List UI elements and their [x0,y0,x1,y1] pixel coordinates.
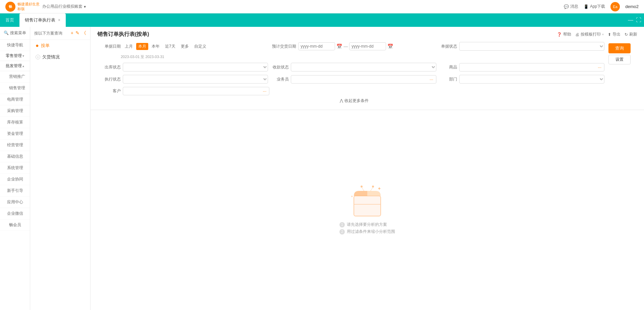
sidebar-item-finance[interactable]: 资金管理 [0,128,30,140]
sidebar-quick-nav-label: 快捷导航 [7,43,23,47]
receipt-status-filter: 收款状态 [272,63,436,71]
sidebar-item-retail[interactable]: 零售管理 ▾ [0,51,30,61]
collapse-button[interactable]: ⋀ 收起更多条件 [104,97,604,106]
sidebar-ecommerce-label: 电商管理 [7,97,23,102]
print-button[interactable]: 🖨 按模板打印 ▾ [575,32,604,37]
customer-more-icon[interactable]: ··· [263,89,266,94]
sidebar-item-marketing[interactable]: 营销推广 [0,71,30,83]
sidebar-item-base[interactable]: 基础信息 [0,151,30,162]
refresh-button[interactable]: ↻ 刷新 [625,32,637,37]
date-btn-last7[interactable]: 近7天 [163,43,177,50]
empty-state: ✦ ✦ 1 请先选择要分析的方案 2 [339,184,395,236]
sidebar-item-purchase[interactable]: 采购管理 [0,105,30,117]
tab-bar: 首页 销售订单执行表 × — ⛶ [0,13,644,27]
customer-label: 客户 [104,88,121,94]
dept-select[interactable] [459,75,604,84]
dept-label: 部门 [440,76,457,82]
refresh-label: 刷新 [629,32,637,37]
empty-tip-1: 1 请先选择要分析的方案 [339,222,395,227]
date-dash: — [343,44,348,49]
sidebar-sales-label: 销售管理 [9,86,25,90]
sidebar-item-sales[interactable]: 销售管理 [0,83,30,94]
user-name[interactable]: demo2 [625,4,639,9]
salesman-label: 业务员 [272,76,289,82]
sidebar-item-wholesale[interactable]: 批发管理 ▴ [0,61,30,71]
top-header: 畅 畅捷通好生意 标版 办公用品行业模拟账套 ▾ 💬 消息 📱 App下载 Ea… [0,0,644,13]
empty-tips: 1 请先选择要分析的方案 2 用过滤条件来缩小分析范围 [339,222,395,236]
date-btn-custom[interactable]: 自定义 [192,43,208,50]
app-download-button[interactable]: 📱 App下载 [584,4,605,9]
user-avatar[interactable]: Ea [610,2,620,11]
left-panel-edit-icon[interactable]: ✎ [75,30,79,36]
receipt-status-select[interactable] [291,63,436,71]
sidebar-item-inventory[interactable]: 库存核算 [0,117,30,128]
refresh-icon: ↻ [625,32,628,37]
customer-field[interactable]: ··· [123,87,269,95]
sidebar-search[interactable]: 🔍 搜索菜单 [0,27,30,40]
left-panel-header: 按以下方案查询 + ✎ 《 [30,27,90,40]
sidebar-item-quick-nav[interactable]: 快捷导航 [0,40,30,51]
print-label: 按模板打印 [581,32,601,37]
goods-more-icon[interactable]: ··· [598,65,601,70]
tip-text-1: 请先选择要分析的方案 [347,222,387,227]
date-btn-last-month[interactable]: 上月 [123,43,135,50]
help-button[interactable]: ❓ 帮助 [557,32,571,37]
page-title-row: 销售订单执行表(按单) ❓ 帮助 🖨 按模板打印 ▾ ⬆ [97,31,637,38]
left-panel-collapse-icon[interactable]: 《 [82,30,86,36]
order-status-select[interactable] [459,42,604,51]
sidebar-item-system[interactable]: 系统管理 [0,162,30,174]
sidebar-item-ecommerce[interactable]: 电商管理 [0,94,30,105]
left-panel-add-icon[interactable]: + [71,30,73,36]
date-btn-this-month[interactable]: 本月 [136,43,148,50]
export-label: 导出 [612,32,621,37]
tab-fullscreen-icon[interactable]: ⛶ [636,17,641,23]
expected-date-from-input[interactable] [298,42,335,50]
message-button[interactable]: 💬 消息 [564,4,578,9]
sidebar-purchase-label: 采购管理 [7,108,23,113]
page-actions: ❓ 帮助 🖨 按模板打印 ▾ ⬆ 导出 ↻ [557,32,637,37]
date-btn-this-year[interactable]: 本年 [150,43,162,50]
receipt-status-select-wrapper [291,63,436,71]
dept-filter: 部门 [440,75,604,84]
left-panel-item-by-order[interactable]: ● 按单 [30,40,90,51]
sidebar-item-wechat[interactable]: 企业微信 [0,208,30,219]
expected-date-to-input[interactable] [349,42,386,50]
tab-minimize-icon[interactable]: — [628,17,633,23]
sidebar-item-member[interactable]: 畅会员 [0,219,30,231]
tip-num-1: 1 [339,222,345,227]
sidebar-wholesale-label: 批发管理 [6,63,22,69]
main-layout: 🔍 搜索菜单 快捷导航 零售管理 ▾ 批发管理 ▴ 营销推广 销售管理 电商管理… [0,27,644,310]
filter-area: 单据日期 上月 本月 本年 近7天 更多 自定义 [97,42,637,110]
out-status-label: 出库状态 [104,64,121,70]
exec-status-select[interactable] [123,75,268,84]
export-button[interactable]: ⬆ 导出 [608,32,621,37]
date-icon-from: 📅 [336,44,342,49]
collapse-label: 收起更多条件 [344,98,369,103]
sidebar-retail-label: 零售管理 [6,53,22,59]
tab-sales-order[interactable]: 销售订单执行表 × [19,13,66,27]
tab-home[interactable]: 首页 [0,13,19,27]
sidebar-item-enterprise[interactable]: 企业协同 [0,174,30,185]
main-area: 销售订单执行表(按单) ❓ 帮助 🖨 按模板打印 ▾ ⬆ [91,27,644,310]
breadcrumb[interactable]: 办公用品行业模拟账套 ▾ [42,4,86,9]
sidebar-item-operation[interactable]: 经营管理 [0,140,30,151]
tab-close-icon[interactable]: × [58,18,60,22]
svg-point-6 [361,186,363,188]
sidebar-item-appstore[interactable]: 应用中心 [0,197,30,208]
app-download-label: App下载 [590,4,605,9]
date-btn-more[interactable]: 更多 [179,43,191,50]
query-button[interactable]: 查询 [608,43,631,53]
sidebar-item-newbie[interactable]: 新手引导 [0,185,30,197]
left-panel-item-arrears[interactable]: ○ 欠货情况 [30,51,90,63]
salesman-field[interactable]: ··· [291,75,436,84]
tab-sales-order-label: 销售订单执行表 [25,17,55,23]
sidebar-wholesale-arrow-icon: ▴ [22,64,24,68]
salesman-more-icon[interactable]: ··· [430,77,433,82]
logo-icon: 畅 [5,2,15,12]
out-status-select[interactable] [123,63,268,71]
left-panel: 按以下方案查询 + ✎ 《 ● 按单 ○ 欠货情况 [30,27,91,310]
goods-field[interactable]: ··· [459,63,604,71]
svg-text:✦: ✦ [377,186,381,191]
settings-button[interactable]: 设置 [608,55,631,64]
sidebar-system-label: 系统管理 [7,165,23,170]
